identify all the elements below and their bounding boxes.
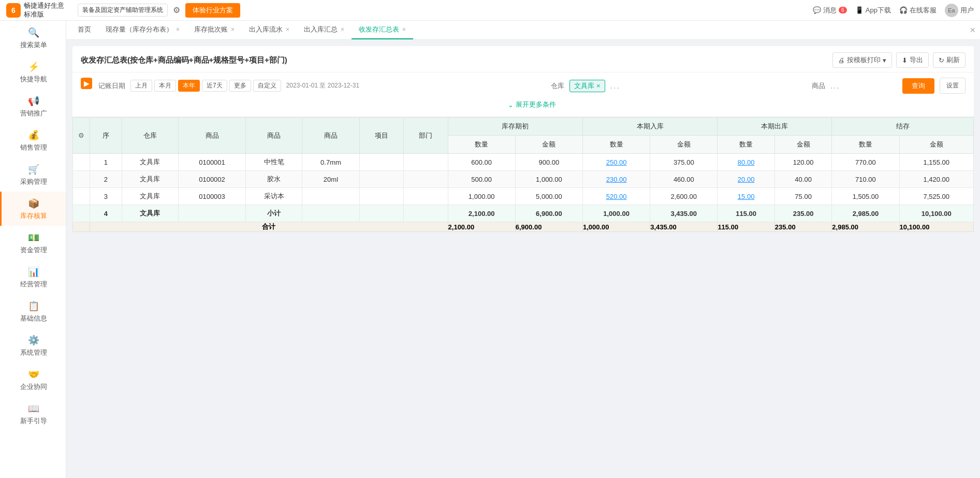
message-button[interactable]: 💬 消息 6 <box>813 6 847 15</box>
date-btn-more[interactable]: 更多 <box>229 80 251 92</box>
printer-icon: 🖨 <box>838 56 845 64</box>
data-table-container: ⚙ 序 仓库 商品 商品 商品 项目 部门 库存期初 本期入库 <box>72 117 974 232</box>
row-out-qty-link[interactable]: 15.00 <box>738 193 755 200</box>
tab-batch[interactable]: 库存批次账 × <box>187 21 242 39</box>
row-in-qty-link[interactable]: 250.00 <box>606 158 627 166</box>
cart-icon: 🛒 <box>28 164 39 175</box>
date-btn-this-month[interactable]: 本月 <box>154 80 176 92</box>
warehouse-tag-close[interactable]: × <box>596 82 601 90</box>
date-btn-7days[interactable]: 近7天 <box>202 80 227 92</box>
chevron-down-small-icon: ⌄ <box>508 101 514 109</box>
table-settings-col[interactable]: ⚙ <box>73 118 90 154</box>
tab-home[interactable]: 首页 <box>70 21 98 39</box>
sidebar-item-basics[interactable]: 📋 基础信息 <box>0 294 66 328</box>
row-no: 3 <box>90 188 122 205</box>
online-service-button[interactable]: 🎧 在线客服 <box>899 6 937 15</box>
sidebar-item-finance[interactable]: 💵 资金管理 <box>0 226 66 260</box>
row-out-qty-link[interactable]: 20.00 <box>738 176 755 183</box>
app-download-button[interactable]: 📱 App下载 <box>855 6 891 15</box>
sidebar-item-inventory[interactable]: 📦 库存核算 <box>0 192 66 226</box>
sidebar-item-collab[interactable]: 🤝 企业协同 <box>0 363 66 397</box>
settings-gear-icon[interactable]: ⚙ <box>173 5 180 15</box>
sidebar-item-marketing[interactable]: 📢 营销推广 <box>0 89 66 123</box>
row-checkbox <box>73 205 90 222</box>
refresh-button[interactable]: ↻ 刷新 <box>933 52 966 68</box>
row-begin-amt: 5,000.00 <box>515 188 582 205</box>
row-end-amt: 7,525.00 <box>899 188 973 205</box>
filter-toggle-button[interactable]: ▶ <box>81 78 92 89</box>
row-begin-qty: 1,000.00 <box>448 188 515 205</box>
footer-end-amt: 10,100.00 <box>899 222 973 232</box>
flash-icon: ⚡ <box>28 61 39 73</box>
row-in-amt: 2,600.00 <box>650 188 718 205</box>
sidebar-item-search[interactable]: 🔍 搜索菜单 <box>0 21 66 55</box>
sidebar-item-guide[interactable]: 📖 新手引导 <box>0 397 66 431</box>
row-warehouse: 文具库 <box>122 171 178 188</box>
row-code <box>178 205 245 222</box>
close-all-tabs-button[interactable]: ✕ <box>970 26 976 34</box>
row-out-qty[interactable]: 115.00 <box>718 205 774 222</box>
message-icon: 💬 <box>813 6 821 14</box>
tab-close-inout-summary[interactable]: × <box>341 26 344 33</box>
row-in-amt: 460.00 <box>650 171 718 188</box>
row-no: 1 <box>90 154 122 171</box>
date-btn-this-year[interactable]: 本年 <box>178 80 200 92</box>
row-out-qty-link[interactable]: 80.00 <box>738 158 755 166</box>
export-icon: ⬇ <box>902 56 908 64</box>
date-btn-custom[interactable]: 自定义 <box>253 80 281 92</box>
table-gear-icon[interactable]: ⚙ <box>78 132 84 139</box>
system-title-dropdown[interactable]: 装备及固定资产辅助管理系统 <box>78 4 168 17</box>
tab-inout-summary[interactable]: 出入库汇总 × <box>297 21 352 39</box>
headset-icon: 🎧 <box>899 6 908 14</box>
th-warehouse: 仓库 <box>122 118 178 154</box>
row-in-qty[interactable]: 520.00 <box>582 188 650 205</box>
row-spec <box>302 188 359 205</box>
user-button[interactable]: Ea 用户 <box>945 4 974 17</box>
query-button[interactable]: 查询 <box>902 78 934 94</box>
row-out-amt: 235.00 <box>774 205 831 222</box>
table-row: 1文具库0100001中性笔0.7mm600.00900.00250.00375… <box>73 154 974 171</box>
goods-more-button[interactable]: ... <box>830 81 840 91</box>
tab-inventory-dist[interactable]: 现存量（库存分布表） × <box>98 21 187 39</box>
sidebar-item-management[interactable]: 📊 经营管理 <box>0 260 66 294</box>
th-dept: 部门 <box>404 118 448 154</box>
date-btn-last-month[interactable]: 上月 <box>130 80 152 92</box>
th-end-amt: 金额 <box>899 136 973 154</box>
row-in-qty[interactable]: 1,000.00 <box>582 205 650 222</box>
tab-receive-summary[interactable]: 收发存汇总表 × <box>352 21 413 39</box>
row-end-qty: 770.00 <box>832 154 899 171</box>
expand-more-button[interactable]: ⌄ 展开更多条件 <box>98 98 966 111</box>
sidebar-item-sales[interactable]: 💰 销售管理 <box>0 123 66 157</box>
sidebar-item-system[interactable]: ⚙️ 系统管理 <box>0 328 66 363</box>
row-out-qty[interactable]: 20.00 <box>718 171 774 188</box>
megaphone-icon: 📢 <box>28 95 39 107</box>
logo-area: 6 畅捷通好生意 标准版 <box>6 2 72 19</box>
row-in-qty-link[interactable]: 520.00 <box>606 193 627 200</box>
warehouse-more-button[interactable]: ... <box>610 81 620 91</box>
print-button[interactable]: 🖨 按模板打印 ▾ <box>832 52 892 68</box>
tab-close-inventory-dist[interactable]: × <box>176 26 180 33</box>
sidebar-item-quicknav[interactable]: ⚡ 快捷导航 <box>0 55 66 89</box>
footer-out-qty: 115.00 <box>718 222 774 232</box>
row-in-qty-link[interactable]: 230.00 <box>606 176 627 183</box>
row-begin-qty: 600.00 <box>448 154 515 171</box>
tab-close-batch[interactable]: × <box>231 26 235 33</box>
trial-button[interactable]: 体验行业方案 <box>185 3 240 18</box>
row-in-qty[interactable]: 230.00 <box>582 171 650 188</box>
row-out-qty[interactable]: 80.00 <box>718 154 774 171</box>
tab-inout-flow[interactable]: 出入库流水 × <box>242 21 297 39</box>
footer-end-qty: 2,985.00 <box>832 222 899 232</box>
avatar: Ea <box>945 4 958 17</box>
export-button[interactable]: ⬇ 导出 <box>896 52 929 68</box>
row-in-qty[interactable]: 250.00 <box>582 154 650 171</box>
table-settings-button[interactable]: 设置 <box>940 78 966 94</box>
filter-row-1: 记账日期 上月 本月 本年 近7天 更多 自定义 2023-01-01 至 20… <box>98 78 966 94</box>
row-out-qty[interactable]: 15.00 <box>718 188 774 205</box>
table-row: 4文具库小计2,100.006,900.001,000.003,435.0011… <box>73 205 974 222</box>
th-spec: 商品 <box>302 118 359 154</box>
tab-close-receive-summary[interactable]: × <box>402 26 406 33</box>
tab-close-inout-flow[interactable]: × <box>286 26 289 33</box>
th-out-stock: 本期出库 <box>718 118 832 136</box>
th-out-qty: 数量 <box>718 136 774 154</box>
sidebar-item-purchase[interactable]: 🛒 采购管理 <box>0 157 66 192</box>
